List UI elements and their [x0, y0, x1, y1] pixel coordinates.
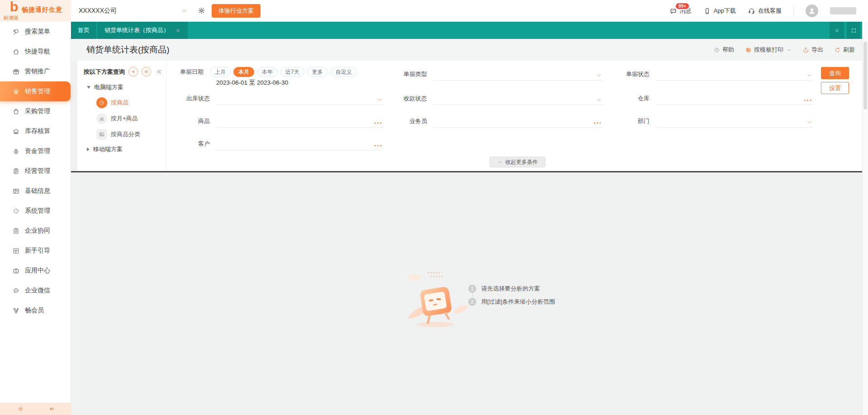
field-product: 商品 ··· — [180, 116, 384, 128]
settings-button[interactable]: 设置 — [821, 82, 849, 94]
chevron-down-icon[interactable] — [787, 48, 792, 52]
clipboard-icon — [12, 167, 20, 175]
company-selector[interactable]: XXXXXX公司 — [79, 0, 187, 22]
messages-button[interactable]: 消息 99+ — [669, 7, 692, 15]
ellipsis-icon[interactable]: ··· — [374, 119, 383, 127]
payment-status-input[interactable] — [433, 93, 603, 105]
export-button[interactable]: 导出 — [802, 46, 823, 54]
sidebar-item-marketing[interactable]: 营销推广 — [0, 62, 71, 81]
money-icon — [12, 148, 20, 155]
help-button[interactable]: 帮助 — [713, 46, 734, 54]
scheme-item-by-category[interactable]: 按商品分类 — [77, 126, 166, 142]
outbound-status-input[interactable] — [216, 93, 384, 105]
chevron-up-icon — [497, 159, 503, 165]
collab-icon — [12, 227, 20, 235]
pill-last-month[interactable]: 上月 — [210, 67, 231, 77]
pill-custom[interactable]: 自定义 — [331, 67, 357, 77]
sidebar-item-inventory[interactable]: 库存核算 — [0, 121, 71, 141]
empty-result-area: 1 请先选择要分析的方案 2 用[过滤]条件来缩小分析范围 — [71, 172, 862, 415]
sidebar-item-search-menu[interactable]: 搜索菜单 — [0, 22, 71, 42]
sidebar-item-operations[interactable]: 经营管理 — [0, 161, 71, 181]
query-button[interactable]: 查询 — [821, 67, 849, 79]
department-input[interactable] — [656, 116, 813, 128]
tab-home[interactable]: 首页 — [71, 22, 96, 39]
sidebar-item-collaboration[interactable]: 企业协同 — [0, 221, 71, 241]
info-card-icon — [12, 187, 20, 195]
trial-plan-button[interactable]: 体验行业方案 — [212, 4, 261, 18]
product-input[interactable]: ··· — [216, 116, 384, 128]
sidebar-bottom-bar — [0, 403, 71, 415]
sidebar-nav: 搜索菜单 快捷导航 营销推广 销售管理 采购管理 库存核算 资金管理 经营管理 — [0, 22, 71, 415]
sidebar-item-funds[interactable]: 资金管理 — [0, 141, 71, 161]
customer-input[interactable]: ··· — [216, 138, 384, 150]
tab-close-icon[interactable] — [175, 28, 180, 33]
brand-logo-icon: b — [10, 0, 18, 14]
sidebar-item-quick-nav[interactable]: 快捷导航 — [0, 42, 71, 62]
pill-this-year[interactable]: 本年 — [257, 67, 278, 77]
category-card-icon — [96, 129, 107, 140]
ellipsis-icon[interactable]: ··· — [804, 96, 812, 105]
date-range-text[interactable]: 2023-06-01 至 2023-06-30 — [216, 79, 288, 87]
scheme-panel-title: 按以下方案查询 — [84, 68, 125, 76]
user-name-masked[interactable] — [830, 7, 856, 14]
refresh-icon — [834, 47, 841, 53]
tab-bar: 首页 销货单统计表（按商品） — [71, 22, 862, 39]
help-circle-icon — [713, 47, 720, 53]
sidebar-item-purchase[interactable]: 采购管理 — [0, 101, 71, 121]
chart-icon — [96, 113, 107, 124]
tab-sales-report[interactable]: 销货单统计表（按商品） — [97, 22, 188, 39]
scheme-item-by-product[interactable]: 按商品 — [77, 95, 166, 110]
scrollbar-thumb[interactable] — [863, 42, 867, 110]
doc-type-input[interactable] — [433, 69, 603, 81]
user-avatar[interactable] — [806, 5, 818, 17]
home-icon — [12, 48, 20, 56]
sidebar-item-member[interactable]: 畅会员 — [0, 301, 71, 320]
sidebar-item-wechat[interactable]: 企业微信 — [0, 281, 71, 301]
tab-home-label: 首页 — [78, 26, 90, 34]
collapse-sidebar-icon[interactable] — [48, 405, 56, 412]
sidebar-item-system[interactable]: 系统管理 — [0, 201, 71, 221]
sidebar-item-sales[interactable]: 销售管理 — [0, 81, 71, 101]
field-salesperson: 业务员 ··· — [400, 116, 603, 128]
field-doc-status: 单据状态 — [621, 69, 813, 81]
scheme-settings-icon[interactable] — [142, 67, 151, 76]
salesperson-input[interactable]: ··· — [433, 116, 603, 128]
print-template-button[interactable]: 按模板打印 — [745, 46, 792, 54]
empty-state-illustration — [401, 267, 469, 329]
date-label: 单据日期 — [180, 67, 210, 77]
scheme-group-pc[interactable]: 电脑端方案 — [77, 80, 166, 95]
refresh-button[interactable]: 刷新 — [834, 46, 855, 54]
chevron-down-icon[interactable] — [377, 97, 383, 103]
fullscreen-icon[interactable] — [847, 22, 860, 39]
sidebar-item-beginner-guide[interactable]: 新手引导 — [0, 241, 71, 261]
app-download-button[interactable]: App下载 — [703, 7, 736, 15]
caret-right-icon — [87, 148, 90, 151]
ellipsis-icon[interactable]: ··· — [593, 119, 602, 127]
page-scrollbar[interactable] — [862, 22, 868, 415]
gear-icon[interactable] — [17, 405, 24, 412]
chevron-down-icon[interactable] — [596, 72, 602, 78]
sidebar-item-base-info[interactable]: 基础信息 — [0, 181, 71, 201]
pill-this-month[interactable]: 本月 — [233, 67, 254, 77]
scheme-group-mobile[interactable]: 移动端方案 — [77, 142, 166, 157]
pill-more[interactable]: 更多 — [307, 67, 328, 77]
clock-icon — [96, 97, 107, 108]
doc-status-input[interactable] — [656, 69, 813, 81]
ellipsis-icon[interactable]: ··· — [374, 142, 383, 150]
hint-step-2: 2 用[过滤]条件来缩小分析范围 — [468, 297, 555, 307]
collapse-panel-icon[interactable] — [156, 68, 162, 75]
sidebar-item-app-center[interactable]: 应用中心 — [0, 261, 71, 281]
online-support-button[interactable]: 在线客服 — [748, 7, 782, 15]
chevron-down-icon[interactable] — [806, 119, 812, 125]
settings-gear-icon[interactable] — [197, 6, 206, 15]
collapse-conditions-tab[interactable]: 收起更多条件 — [489, 157, 545, 167]
page-title-bar: 销货单统计表(按商品) 帮助 按模板打印 导出 刷新 — [71, 39, 862, 61]
member-icon — [12, 307, 20, 315]
warehouse-input[interactable]: ··· — [656, 93, 813, 105]
add-scheme-icon[interactable] — [128, 67, 138, 76]
pill-last-7-days[interactable]: 近7天 — [280, 67, 304, 77]
chevron-down-icon[interactable] — [806, 72, 812, 78]
scheme-item-by-month-product[interactable]: 按月+商品 — [77, 110, 166, 126]
close-all-tabs-icon[interactable] — [830, 22, 844, 39]
chevron-down-icon[interactable] — [596, 97, 602, 103]
